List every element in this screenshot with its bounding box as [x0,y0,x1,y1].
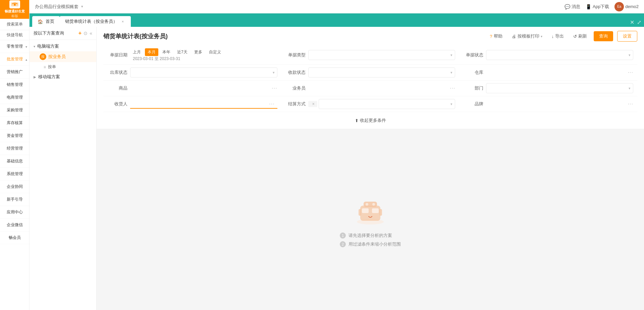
user-menu[interactable]: Ea demo2 [614,2,639,11]
message-btn[interactable]: 💬 消息 [565,4,580,10]
brand-control[interactable]: ··· [486,101,633,107]
tab-expand-icon[interactable]: ⤢ [637,19,641,25]
salesperson-control[interactable]: ··· [308,85,455,91]
sidebar-item-basic[interactable]: 基础信息 [0,155,29,168]
by-order-item[interactable]: ≡ 按单 [30,62,96,72]
company-name: 办公用品行业模拟账套 [35,4,78,10]
help-btn[interactable]: ? 帮助 [487,32,505,41]
date-tab-this-year[interactable]: 本年 [160,48,173,56]
page-title-row: 销货单统计表(按业务员) ? 帮助 🖨 按模板打印 ▾ ↓ [103,31,637,42]
refresh-btn[interactable]: ↺ 刷新 [571,32,590,41]
by-salesperson-item[interactable]: 按 按业务员 [30,51,96,62]
date-range-display: 2023-03-01 至 2023-03-31 [133,56,180,62]
sidebar-item-ecommerce[interactable]: 电商管理 [0,91,29,104]
receipt-status-select[interactable] [308,67,455,78]
template-print-btn[interactable]: 🖨 按模板打印 ▾ [509,32,545,41]
sidebar-item-wholesale[interactable]: 批发管理 ▴ [0,53,29,66]
sidebar-item-wechat[interactable]: 企业微信 [0,219,29,231]
sidebar-item-appstore[interactable]: 应用中心 [0,206,29,219]
company-dropdown-icon[interactable]: ▾ [81,4,83,9]
sidebar-item-sales[interactable]: 销售管理 [0,79,29,91]
settings-btn[interactable]: 设置 [617,31,637,42]
mobile-icon: 📱 [586,4,591,9]
empty-state: 1 请先选择要分析的方案 2 用过滤条件来缩小分析范围 [97,129,644,310]
tab-close-all-icon[interactable]: ✕ [630,19,634,25]
sidebar-item-finance[interactable]: 资金管理 [0,130,29,142]
salesperson-dots-icon[interactable]: ··· [450,85,455,91]
by-salesperson-label: 按业务员 [48,54,66,60]
doc-type-select[interactable] [308,50,455,60]
out-status-select[interactable] [130,67,277,78]
warehouse-dots-icon[interactable]: ··· [628,69,633,75]
salesperson-label: 业务员 [285,85,306,91]
search-menu[interactable]: 搜索菜单 [0,19,29,30]
svg-rect-4 [362,208,369,213]
consignee-control[interactable]: ··· [130,99,277,109]
add-scheme-btn[interactable]: + [78,30,82,36]
date-tab-last-month[interactable]: 上月 [130,48,144,56]
filter-cell-goods: 商品 ··· [103,81,281,96]
warehouse-control[interactable]: ··· [486,69,633,75]
pc-group-item[interactable]: ▾ 电脑端方案 [30,41,96,51]
export-btn[interactable]: ↓ 导出 [549,32,567,41]
sidebar-item-newbie[interactable]: 新手引导 [0,193,29,206]
pc-group-label: 电脑端方案 [37,43,59,49]
doc-status-select[interactable] [486,50,633,60]
filter-row-1: 单据日期 上月 本月 本年 近7天 更多 自定义 20 [103,46,637,65]
filter-cell-consignee: 收货人 ··· [103,96,281,112]
app-name: 畅捷通好生意 [5,9,25,14]
app-subtitle: 标版 [11,14,18,18]
sidebar-item-system[interactable]: 系统管理 [0,168,29,180]
goods-control[interactable]: ··· [130,85,277,91]
brand-dots-icon[interactable]: ··· [628,101,633,107]
sidebar-item-retail[interactable]: 零售管理 ▾ [0,40,29,53]
date-tab-this-month[interactable]: 本月 [145,48,158,56]
filter-row-4: 收货人 ··· 结算方式 × [103,96,637,112]
sidebar-item-purchase[interactable]: 采购管理 [0,104,29,117]
tab-close-btn[interactable]: × [120,19,125,24]
svg-point-9 [366,203,368,206]
tip-num-1: 1 [340,232,346,239]
topbar-right: 💬 消息 📱 App下载 Ea demo2 [565,2,639,11]
dept-control[interactable]: ▾ [486,83,633,93]
tab-sales-stat[interactable]: 销货单统计表（按业务员） × [60,16,131,27]
date-tab-last-7days[interactable]: 近7天 [174,48,190,56]
empty-tips: 1 请先选择要分析的方案 2 用过滤条件来缩小分析范围 [340,232,401,247]
quick-nav[interactable]: 快捷导航 [0,30,29,40]
mobile-group-item[interactable]: ▶ 移动端方案 [30,72,96,82]
left-panel-actions: + ⊙ « [78,30,92,36]
filter-row-3: 商品 ··· 业务员 ··· 部门 [103,81,637,96]
page-header: 销货单统计表(按业务员) ? 帮助 🖨 按模板打印 ▾ ↓ [97,27,644,129]
sidebar-item-member[interactable]: 畅会员 [0,231,29,244]
edit-scheme-btn[interactable]: ⊙ [84,31,88,36]
payment-select[interactable] [319,99,455,109]
app-download-btn[interactable]: 📱 App下载 [586,4,609,10]
doc-type-control[interactable]: ▾ [308,50,455,60]
sidebar-item-operation[interactable]: 经营管理 [0,142,29,155]
payment-tag-close-btn[interactable]: × [312,102,315,106]
export-icon: ↓ [552,34,554,39]
tabbar-actions: ✕ ⤢ [630,19,644,27]
tab-home[interactable]: 🏠 首页 [32,16,60,27]
date-tab-custom[interactable]: 自定义 [206,48,224,56]
sidebar-item-inventory[interactable]: 库存核算 [0,117,29,130]
svg-rect-7 [379,209,382,216]
collapse-row: ⬆ 收起更多条件 [103,112,637,129]
tip-text-1: 请先选择要分析的方案 [348,232,392,239]
help-icon: ? [490,34,492,39]
date-tab-more[interactable]: 更多 [192,48,205,56]
sidebar-item-marketing[interactable]: 营销推广 [0,66,29,79]
collapse-panel-btn[interactable]: « [90,31,92,36]
chevron-up-icon: ▴ [25,57,27,61]
consignee-input[interactable] [130,99,277,109]
left-panel: 按以下方案查询 + ⊙ « ▾ 电脑端方案 按 按业务员 [30,27,97,310]
receipt-status-control[interactable]: ▾ [308,67,455,78]
query-btn[interactable]: 查询 [594,31,613,41]
svg-point-1 [14,4,16,6]
collapse-more-btn[interactable]: ⬆ 收起更多条件 [350,115,391,125]
dept-select[interactable] [486,83,633,93]
sidebar-item-coop[interactable]: 企业协同 [0,180,29,193]
out-status-control[interactable]: ▾ [130,67,277,78]
doc-status-control[interactable]: ▾ [486,50,633,60]
goods-dots-icon[interactable]: ··· [272,85,277,91]
